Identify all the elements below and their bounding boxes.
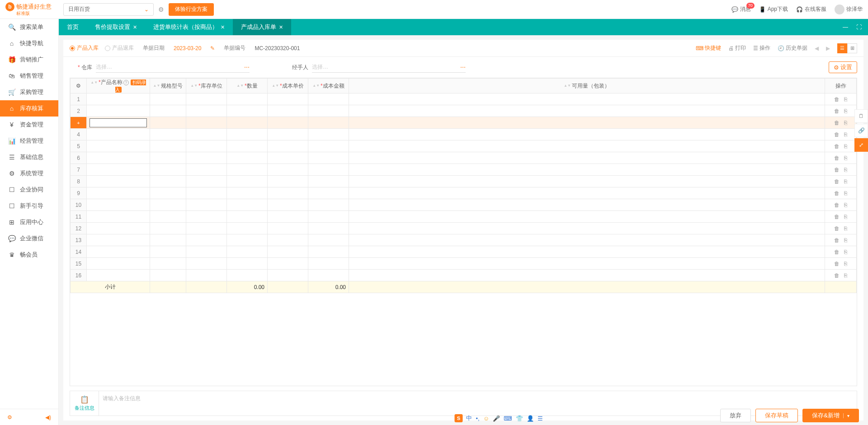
table-row[interactable]: 1🗑⎘: [71, 93, 857, 105]
copy-icon[interactable]: ⎘: [844, 190, 847, 196]
copy-icon[interactable]: ⎘: [844, 178, 847, 185]
sidebar-item-9[interactable]: ⚙系统管理: [0, 165, 58, 182]
sidebar-item-1[interactable]: ⌂快捷导航: [0, 35, 58, 51]
table-row[interactable]: +🗑⎘: [71, 117, 857, 129]
history-link[interactable]: 🕘 历史单据: [778, 44, 807, 52]
sidebar-item-2[interactable]: 🎁营销推广: [0, 51, 58, 68]
warehouse-select[interactable]: 选择… ⋯: [96, 62, 250, 73]
handler-select[interactable]: 选择… ⋯: [312, 62, 466, 73]
collapse-icon[interactable]: ◀): [45, 414, 51, 420]
doc-date[interactable]: 2023-03-20: [174, 45, 201, 51]
th-unit[interactable]: ▲▼*库存单位: [186, 79, 227, 93]
sidebar-item-0[interactable]: 🔍搜索菜单: [0, 19, 58, 35]
delete-icon[interactable]: 🗑: [834, 178, 840, 185]
th-gear[interactable]: ⚙: [71, 79, 87, 93]
copy-icon[interactable]: ⎘: [844, 167, 847, 173]
th-qty[interactable]: ▲▼*数量: [227, 79, 268, 93]
copy-icon[interactable]: ⎘: [844, 155, 847, 161]
table-row[interactable]: 13🗑⎘: [71, 234, 857, 246]
copy-icon[interactable]: ⎘: [844, 261, 847, 267]
copy-icon[interactable]: ⎘: [844, 108, 847, 114]
delete-icon[interactable]: 🗑: [834, 190, 840, 196]
table-row[interactable]: 8🗑⎘: [71, 176, 857, 187]
table-row[interactable]: 4🗑⎘: [71, 129, 857, 140]
tab-1[interactable]: 售价提取设置✕: [87, 19, 145, 35]
table-row[interactable]: 9🗑⎘: [71, 187, 857, 199]
sidebar-item-6[interactable]: ¥资金管理: [0, 117, 58, 133]
copy-icon[interactable]: ⎘: [844, 272, 847, 279]
close-icon[interactable]: ✕: [279, 24, 283, 30]
tab-3[interactable]: 产成品入库单✕: [233, 19, 291, 35]
copy-icon[interactable]: ⎘: [844, 120, 847, 126]
th-amount[interactable]: ▲▼*成本金额: [308, 79, 349, 93]
tab-expand-icon[interactable]: ⛶: [853, 21, 865, 33]
copy-icon[interactable]: ⎘: [844, 202, 847, 208]
sidebar-item-4[interactable]: 🛒采购管理: [0, 84, 58, 100]
chevron-down-icon[interactable]: ▾: [843, 413, 849, 418]
copy-icon[interactable]: ⎘: [844, 237, 847, 243]
more-icon[interactable]: ⋯: [244, 64, 250, 70]
sidebar-item-7[interactable]: 📊经营管理: [0, 133, 58, 149]
delete-icon[interactable]: 🗑: [834, 155, 840, 161]
table-row[interactable]: 14🗑⎘: [71, 246, 857, 258]
save-draft-button[interactable]: 保存草稿: [755, 409, 798, 422]
table-row[interactable]: 2🗑⎘: [71, 105, 857, 117]
gear-icon[interactable]: ⚙: [158, 6, 164, 13]
float-link-icon[interactable]: 🔗: [854, 124, 868, 137]
tab-minimize-icon[interactable]: —: [839, 21, 852, 33]
close-icon[interactable]: ✕: [133, 24, 137, 30]
category-select[interactable]: 日用百货 ⌄: [63, 3, 154, 16]
sidebar-item-11[interactable]: ☐新手引导: [0, 198, 58, 214]
delete-icon[interactable]: 🗑: [834, 214, 840, 220]
settings-gear-icon[interactable]: ⚙: [7, 414, 12, 420]
sidebar-item-12[interactable]: ⊞应用中心: [0, 214, 58, 230]
table-row[interactable]: 10🗑⎘: [71, 199, 857, 211]
save-new-button[interactable]: 保存&新增▾: [802, 409, 859, 422]
operate-link[interactable]: ☰ 操作: [753, 44, 770, 52]
float-note-icon[interactable]: 🗒: [854, 109, 868, 123]
copy-icon[interactable]: ⎘: [844, 131, 847, 138]
radio-product-out[interactable]: 产品退库: [105, 44, 134, 52]
table-row[interactable]: 12🗑⎘: [71, 223, 857, 234]
th-available[interactable]: ▲▼可用量（包装）: [349, 79, 825, 93]
experience-button[interactable]: 体验行业方案: [169, 3, 214, 16]
table-row[interactable]: 7🗑⎘: [71, 164, 857, 176]
delete-icon[interactable]: 🗑: [834, 96, 840, 103]
delete-icon[interactable]: 🗑: [834, 202, 840, 208]
sidebar-item-10[interactable]: ☐企业协同: [0, 182, 58, 198]
delete-icon[interactable]: 🗑: [834, 131, 840, 138]
delete-icon[interactable]: 🗑: [834, 108, 840, 114]
delete-icon[interactable]: 🗑: [834, 225, 840, 232]
delete-icon[interactable]: 🗑: [834, 272, 840, 279]
sidebar-item-5[interactable]: ⌂库存核算: [0, 100, 58, 117]
th-product[interactable]: ▲▼*产品名称?扫码录入: [87, 79, 150, 93]
tab-2[interactable]: 进货单统计表（按商品）✕: [145, 19, 233, 35]
table-row[interactable]: 16🗑⎘: [71, 270, 857, 281]
user-menu[interactable]: 徐泽华: [835, 5, 863, 14]
view-list-button[interactable]: ☰: [837, 43, 847, 53]
sidebar-item-14[interactable]: ♛畅会员: [0, 247, 58, 263]
sidebar-item-8[interactable]: ☰基础信息: [0, 149, 58, 165]
messages-link[interactable]: 💬 消息 70: [731, 5, 751, 13]
product-input[interactable]: [90, 118, 147, 127]
copy-icon[interactable]: ⎘: [844, 143, 847, 149]
close-icon[interactable]: ✕: [221, 24, 225, 30]
copy-icon[interactable]: ⎘: [844, 249, 847, 255]
more-icon[interactable]: ⋯: [460, 64, 466, 70]
sidebar-item-3[interactable]: 🛍销售管理: [0, 68, 58, 84]
tab-0[interactable]: 首页: [59, 19, 87, 35]
delete-icon[interactable]: 🗑: [834, 237, 840, 243]
table-row[interactable]: 6🗑⎘: [71, 152, 857, 164]
float-expand-icon[interactable]: ⤢: [854, 138, 868, 152]
shortcut-link[interactable]: ⌨ 快捷键: [696, 44, 721, 52]
copy-icon[interactable]: ⎘: [844, 96, 847, 103]
print-link[interactable]: 🖨 打印: [728, 44, 746, 52]
table-row[interactable]: 15🗑⎘: [71, 258, 857, 270]
radio-product-in[interactable]: 产品入库: [70, 44, 99, 52]
support-link[interactable]: 🎧 在线客服: [796, 5, 826, 13]
table-row[interactable]: 5🗑⎘: [71, 140, 857, 152]
next-doc-icon[interactable]: ▶: [826, 45, 830, 51]
delete-icon[interactable]: 🗑: [834, 249, 840, 255]
settings-button[interactable]: ⚙ 设置: [829, 61, 857, 73]
th-spec[interactable]: ▲▼规格型号: [150, 79, 186, 93]
